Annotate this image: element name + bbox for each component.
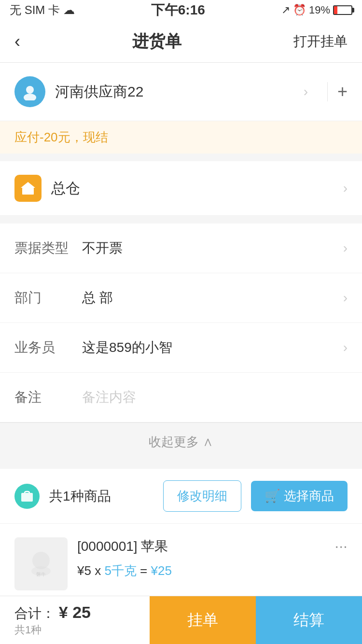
select-product-label: 选择商品 xyxy=(284,488,334,504)
status-time: 下午6:16 xyxy=(151,1,205,19)
warehouse-icon xyxy=(14,175,42,202)
footer: 合计： ¥ 25 共1种 挂单 结算 xyxy=(0,596,362,644)
salesperson-label: 业务员 xyxy=(14,338,82,357)
total-sub: 共1种 xyxy=(14,623,135,637)
svg-rect-2 xyxy=(22,188,34,195)
product-thumbnail: 磐牛 xyxy=(14,537,68,590)
total-amount: ¥ 25 xyxy=(59,603,91,621)
svg-text:磐牛: 磐牛 xyxy=(36,572,46,577)
form-section: 票据类型 不开票 › 部门 总 部 › 业务员 这是859的小智 › 备注 备注… xyxy=(0,224,362,461)
department-value: 总 部 xyxy=(82,289,343,307)
department-chevron-icon: › xyxy=(343,290,348,306)
ticket-type-row[interactable]: 票据类型 不开票 › xyxy=(0,224,362,273)
footer-total: 合计： ¥ 25 共1种 xyxy=(0,596,150,644)
select-product-button[interactable]: 🛒 选择商品 xyxy=(251,481,348,511)
salesperson-chevron-icon: › xyxy=(343,340,348,355)
open-hang-button[interactable]: 打开挂单 xyxy=(293,32,348,51)
product-name: [0000001] 苹果 xyxy=(77,537,325,556)
footer-total-row: 合计： ¥ 25 xyxy=(14,603,135,623)
salesperson-value: 这是859的小智 xyxy=(82,338,343,357)
battery-percent: 19% xyxy=(309,4,330,16)
product-price-row: ¥5 x 5千克 = ¥25 xyxy=(77,562,325,579)
warehouse-name: 总仓 xyxy=(51,179,343,198)
department-label: 部门 xyxy=(14,289,82,307)
hang-button[interactable]: 挂单 xyxy=(150,596,256,644)
location-icon: ↗ xyxy=(281,4,290,16)
status-left: 无 SIM 卡 ☁ xyxy=(10,2,75,18)
status-right: ↗ ⏰ 19% xyxy=(281,4,352,16)
subtotal: ¥25 xyxy=(151,563,172,578)
supplier-row[interactable]: 河南供应商22 › + xyxy=(0,63,362,121)
svg-marker-3 xyxy=(21,182,35,188)
supplier-name: 河南供应商22 xyxy=(55,82,304,102)
warehouse-row[interactable]: 总仓 › xyxy=(0,161,362,216)
remark-value: 备注内容 xyxy=(82,388,348,406)
back-button[interactable]: ‹ xyxy=(14,31,20,52)
edit-detail-button[interactable]: 修改明细 xyxy=(163,480,241,512)
ticket-type-label: 票据类型 xyxy=(14,239,82,257)
checkout-button[interactable]: 结算 xyxy=(256,596,362,644)
remark-label: 备注 xyxy=(14,388,82,406)
products-bar: 共1种商品 修改明细 🛒 选择商品 xyxy=(0,469,362,524)
equals: = xyxy=(140,563,151,578)
svg-point-0 xyxy=(26,86,34,94)
alarm-icon: ⏰ xyxy=(293,4,306,16)
page-title: 进货单 xyxy=(132,30,181,53)
product-info: [0000001] 苹果 ¥5 x 5千克 = ¥25 xyxy=(77,537,325,579)
product-item: 磐牛 [0000001] 苹果 ¥5 x 5千克 = ¥25 ··· xyxy=(0,524,362,604)
ticket-type-chevron-icon: › xyxy=(343,240,348,256)
battery-icon xyxy=(333,5,352,15)
warehouse-chevron-icon: › xyxy=(343,181,348,196)
add-supplier-button[interactable]: + xyxy=(337,82,348,102)
products-count: 共1种商品 xyxy=(49,487,153,505)
supplier-chevron-icon: › xyxy=(304,84,308,99)
remark-row[interactable]: 备注 备注内容 xyxy=(0,373,362,422)
status-bar: 无 SIM 卡 ☁ 下午6:16 ↗ ⏰ 19% xyxy=(0,0,362,20)
svg-point-1 xyxy=(24,94,36,100)
total-label: 合计： xyxy=(14,606,55,621)
svg-rect-4 xyxy=(21,493,33,502)
products-section: 共1种商品 修改明细 🛒 选择商品 磐牛 [0000001] 苹果 ¥5 x 5… xyxy=(0,469,362,604)
supplier-avatar xyxy=(14,76,45,107)
products-icon xyxy=(14,484,40,509)
salesperson-row[interactable]: 业务员 这是859的小智 › xyxy=(0,323,362,373)
product-title: 苹果 xyxy=(141,539,168,554)
supplier-section: 河南供应商22 › + 应付-20元，现结 xyxy=(0,63,362,154)
ticket-type-value: 不开票 xyxy=(82,239,343,257)
sim-label: 无 SIM 卡 ☁ xyxy=(10,2,75,18)
product-code: [0000001] xyxy=(77,539,141,554)
collapse-bar[interactable]: 收起更多 ∧ xyxy=(0,422,362,461)
nav-bar: ‹ 进货单 打开挂单 xyxy=(0,20,362,63)
unit-price: ¥5 x xyxy=(77,563,104,578)
warehouse-section: 总仓 › xyxy=(0,161,362,216)
department-row[interactable]: 部门 总 部 › xyxy=(0,273,362,323)
cart-icon: 🛒 xyxy=(265,489,280,504)
product-menu-button[interactable]: ··· xyxy=(334,537,348,555)
supplier-notice: 应付-20元，现结 xyxy=(0,121,362,154)
quantity: 5千克 xyxy=(104,563,136,578)
divider xyxy=(327,82,328,101)
